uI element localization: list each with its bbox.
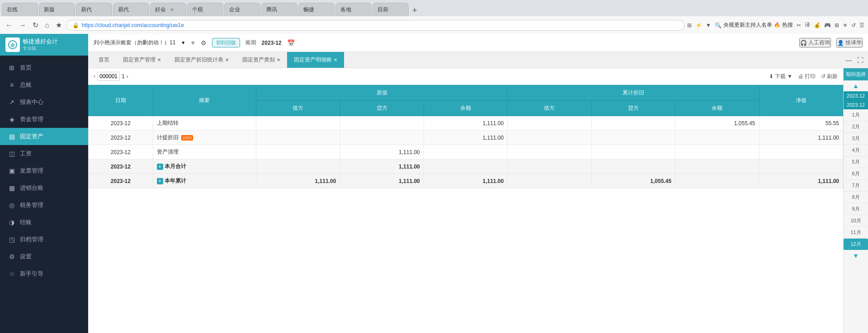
browser-tab-1[interactable]: 新版 [39,3,75,16]
period-month-2月[interactable]: 2月 [844,121,868,133]
period-month-4月[interactable]: 4月 [844,145,868,156]
back-button[interactable]: ← [4,20,14,30]
period-month-12月[interactable]: 12月 [844,239,868,250]
sidebar-item-closing[interactable]: ◑结账 [0,214,88,231]
add-account-button[interactable]: + [191,39,195,47]
col-orig-credit: 贷方 [340,101,424,116]
refresh-content-button[interactable]: ↺ 刷新 [821,73,838,80]
browser-tab-6[interactable]: 企业 [224,3,260,16]
cell-orig-balance: 1,111.00 [424,174,507,188]
browser-tab-0[interactable]: 在线 [2,3,38,16]
refresh-browser-button[interactable]: ↻ [31,20,40,30]
user-profile-button[interactable]: 👤 徐译华 [836,38,863,47]
cell-date: 2023-12 [89,159,153,174]
period-month-3月[interactable]: 3月 [844,133,868,145]
row-icon: + [157,164,163,170]
page-tab-close-icon[interactable]: ✕ [225,57,229,62]
forward-button[interactable]: → [17,20,28,30]
grid-icon: ⊞ [835,22,839,28]
sidebar-item-settings[interactable]: ⚙设置 [0,248,88,265]
prev-page-button[interactable]: ‹ [94,73,95,80]
period-year-0[interactable]: 2023.12 [844,91,868,100]
home-browser-button[interactable]: ⌂ [43,20,51,30]
period-month-6月[interactable]: 6月 [844,168,868,180]
page-tab-depreciation-stats[interactable]: 固定资产折旧统计表✕ [168,52,236,68]
sidebar-item-funds[interactable]: ◈资金管理 [0,111,88,128]
table-row: 2023-12 +本年累计 1,111.00 1,111.00 1,111.00… [89,174,843,188]
cell-dep-debit [508,174,591,188]
sidebar-item-invoice[interactable]: ▣发票管理 [0,162,88,179]
new-tab-button[interactable]: + [410,5,419,16]
scroll-up-button[interactable]: ▲ [844,80,868,91]
cell-date: 2023-12 [89,174,153,188]
cell-orig-credit: 1,111.00 [340,174,424,188]
page-tab-close-icon[interactable]: ✕ [157,57,161,62]
search-hint[interactable]: 🔍 央视更新主持人名单 🔥 热搜 [715,21,793,29]
dropdown-arrow[interactable]: ▼ [181,40,185,45]
sidebar-item-home[interactable]: ⊞首页 [0,59,88,76]
col-summary: 摘要 [153,85,256,116]
sidebar-item-purchase-sales[interactable]: ▦进销台账 [0,179,88,197]
page-tab-close-icon[interactable]: ✕ [277,57,280,62]
browser-tab-7[interactable]: 腾讯 [261,3,297,16]
content-main: ‹ 1 › ⬇ 下载 ▼ 🖨 打印 [88,68,843,333]
switch-version-button[interactable]: 切到旧版 [212,38,240,47]
maximize-tab-button[interactable]: ⛶ [856,56,864,65]
human-service-button[interactable]: 🎧 人工咨询 [799,38,831,47]
sidebar-item-tax[interactable]: ◎税务管理 [0,197,88,214]
wallet-icon: 💰 [814,22,821,28]
calendar-icon[interactable]: 📅 [287,39,295,47]
download-button[interactable]: ⬇ 下载 ▼ [769,73,793,80]
cell-dep-balance [675,131,759,145]
period-month-9月[interactable]: 9月 [844,203,868,215]
sidebar-item-guide[interactable]: ☆新手引导 [0,265,88,282]
page-number-input[interactable] [97,72,120,81]
address-bar[interactable]: 🔒 https://cloud.chanjet.com/accounting/u… [66,20,684,31]
bookmark-button[interactable]: ★ [54,20,64,30]
sidebar-item-archive[interactable]: ◳归档管理 [0,231,88,248]
menu-label-payroll: 工资 [20,150,32,158]
tab-label: 各地 [340,6,351,14]
sidebar-item-reports[interactable]: ↗报表中心 [0,94,88,111]
period-month-5月[interactable]: 5月 [844,156,868,168]
minimize-tab-button[interactable]: — [844,56,853,65]
extension-icon: ⊞ [687,22,692,28]
cell-date: 2023-12 [89,131,153,145]
browser-tab-4[interactable]: 好会✕ [150,3,186,16]
settings-topbar-icon[interactable]: ⚙ [201,39,207,47]
period-month-11月[interactable]: 11月 [844,227,868,239]
cell-orig-balance [424,145,507,159]
next-page-button[interactable]: › [127,73,128,80]
page-tab-asset-detail[interactable]: 固定资产明细账✕ [287,52,344,68]
period-label: 账期 [245,39,256,47]
cell-dep-debit [508,116,591,131]
menu-icon[interactable]: ☰ [859,22,864,28]
page-tab-home[interactable]: 首页 [92,52,116,68]
app-layout: 会 畅捷通好会计 专业版 ⊞首页≡总账↗报表中心◈资金管理▤固定资产◫工资▣发票… [0,34,868,333]
browser-tab-9[interactable]: 各地 [335,3,372,16]
print-button[interactable]: 🖨 打印 [798,73,816,80]
menu-label-tax: 税务管理 [20,201,43,209]
cell-dep-credit: 1,055.45 [591,174,675,188]
browser-chrome: 在线新版易代易代好会✕个税企业腾讯畅捷各地目前 + ← → ↻ ⌂ ★ 🔒 ht… [0,0,868,34]
sidebar-item-general-ledger[interactable]: ≡总账 [0,76,88,94]
sidebar: 会 畅捷通好会计 专业版 ⊞首页≡总账↗报表中心◈资金管理▤固定资产◫工资▣发票… [0,34,88,333]
tab-close-icon[interactable]: ✕ [170,7,174,12]
browser-tab-5[interactable]: 个税 [187,3,223,16]
period-month-8月[interactable]: 8月 [844,192,868,203]
sidebar-item-fixed-assets[interactable]: ▤固定资产 [0,128,88,145]
browser-tab-3[interactable]: 易代 [113,3,149,16]
page-tab-fixed-assets-mgmt[interactable]: 固定资产管理✕ [116,52,168,68]
browser-tab-10[interactable]: 目前 [373,3,409,16]
page-tab-asset-category[interactable]: 固定资产类别✕ [236,52,287,68]
period-month-7月[interactable]: 7月 [844,180,868,192]
period-year-1[interactable]: 2023.12 [844,100,868,109]
browser-tab-2[interactable]: 易代 [76,3,112,16]
page-tab-close-icon[interactable]: ✕ [334,57,337,62]
period-month-1月[interactable]: 1月 [844,109,868,121]
period-month-10月[interactable]: 10月 [844,215,868,227]
sidebar-item-payroll[interactable]: ◫工资 [0,145,88,162]
browser-tab-8[interactable]: 畅捷 [298,3,335,16]
scroll-down-button[interactable]: ▼ [844,250,868,261]
game-icon: 🎮 [824,22,831,28]
